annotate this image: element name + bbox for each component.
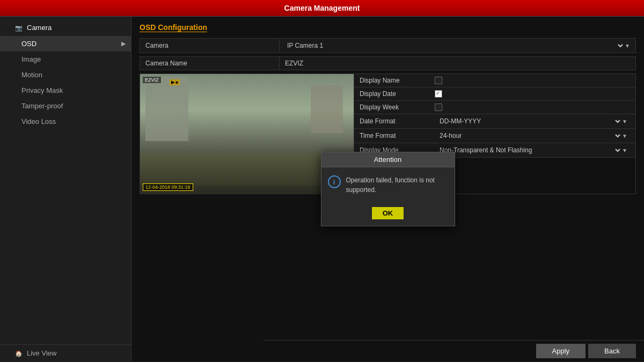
modal-dialog: Attention i Operation failed, function i…	[321, 152, 455, 226]
sidebar-image-label: Image	[21, 55, 41, 63]
sidebar-section-camera[interactable]: Camera	[0, 19, 131, 36]
modal-overlay: Attention i Operation failed, function i…	[131, 17, 644, 361]
modal-ok-button[interactable]: OK	[372, 207, 404, 219]
modal-body: i Operation failed, function is not supp…	[321, 167, 455, 203]
sidebar-tamper-proof-label: Tamper-proof	[21, 102, 63, 110]
live-view-label: Live View	[27, 349, 56, 357]
sidebar-item-privacy-mask[interactable]: Privacy Mask	[0, 83, 131, 98]
sidebar-item-video-loss[interactable]: Video Loss	[0, 114, 131, 129]
sidebar: Camera OSD ▶ Image Motion Privacy Mask T…	[0, 17, 131, 361]
sidebar-camera-label: Camera	[27, 24, 52, 32]
sidebar-bottom: Live View	[0, 344, 131, 361]
modal-title: Attention	[321, 152, 455, 167]
modal-message: Operation failed, function is not suppor…	[346, 175, 448, 195]
title-bar: Camera Management	[0, 0, 644, 17]
sidebar-item-osd[interactable]: OSD ▶	[0, 36, 131, 51]
sidebar-video-loss-label: Video Loss	[21, 117, 56, 125]
sidebar-item-motion[interactable]: Motion	[0, 67, 131, 83]
sidebar-privacy-mask-label: Privacy Mask	[21, 86, 63, 94]
osd-arrow: ▶	[121, 40, 126, 47]
sidebar-item-live-view[interactable]: Live View	[0, 345, 131, 361]
camera-icon	[15, 24, 23, 32]
content-area: OSD Configuration Camera IP Camera 1 ▼ C…	[131, 17, 644, 361]
sidebar-item-image[interactable]: Image	[0, 51, 131, 67]
sidebar-motion-label: Motion	[21, 71, 42, 79]
sidebar-osd-label: OSD	[21, 40, 36, 48]
live-view-icon	[15, 349, 23, 357]
modal-info-icon: i	[328, 175, 341, 188]
sidebar-item-tamper-proof[interactable]: Tamper-proof	[0, 98, 131, 114]
title-text: Camera Management	[284, 4, 360, 12]
modal-footer: OK	[321, 203, 455, 226]
